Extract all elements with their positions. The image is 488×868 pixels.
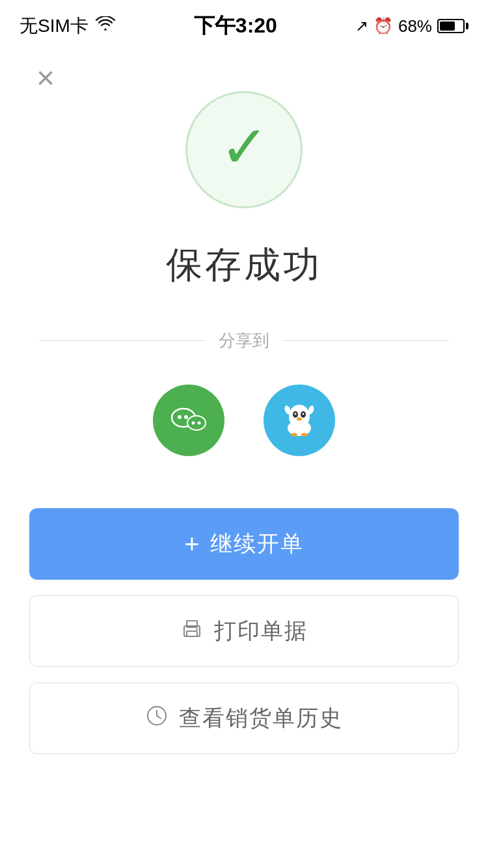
continue-label: 继续开单 xyxy=(210,529,304,559)
svg-point-5 xyxy=(198,422,201,425)
share-divider: 分享到 xyxy=(0,329,488,352)
location-icon: ↗ xyxy=(355,17,368,35)
share-label: 分享到 xyxy=(206,329,282,352)
svg-point-12 xyxy=(297,418,302,421)
divider-line-left xyxy=(39,340,206,341)
svg-point-11 xyxy=(303,413,305,415)
history-label: 查看销货单历史 xyxy=(179,703,343,733)
svg-point-7 xyxy=(288,420,311,436)
print-icon xyxy=(180,617,204,645)
history-button[interactable]: 查看销货单历史 xyxy=(29,683,459,754)
divider-line-right xyxy=(282,340,449,341)
checkmark-icon: ✓ xyxy=(220,118,269,176)
svg-point-13 xyxy=(291,433,297,437)
main-content: ✓ 保存成功 分享到 xyxy=(0,52,488,754)
svg-point-1 xyxy=(187,416,206,430)
svg-point-2 xyxy=(178,415,182,419)
svg-point-20 xyxy=(197,629,198,631)
battery-icon xyxy=(437,19,468,33)
success-title: 保存成功 xyxy=(166,241,322,290)
share-icons xyxy=(153,385,335,456)
svg-point-3 xyxy=(184,415,188,419)
print-button[interactable]: 打印单据 xyxy=(29,595,459,667)
svg-point-4 xyxy=(192,422,195,425)
svg-rect-19 xyxy=(187,631,197,636)
history-icon xyxy=(145,704,169,733)
close-icon: × xyxy=(36,62,55,94)
battery-percent: 68% xyxy=(398,16,432,36)
success-circle: ✓ xyxy=(185,91,303,208)
carrier-text: 无SIM卡 xyxy=(20,14,88,38)
print-label: 打印单据 xyxy=(214,616,308,646)
qq-share-button[interactable] xyxy=(264,385,335,456)
continue-icon: + xyxy=(184,530,199,559)
status-left: 无SIM卡 xyxy=(20,14,116,38)
alarm-icon: ⏰ xyxy=(373,17,393,35)
continue-order-button[interactable]: + 继续开单 xyxy=(29,508,459,580)
action-buttons: + 继续开单 打印单据 查看销货单历史 xyxy=(29,508,459,754)
wifi-icon xyxy=(95,16,116,36)
wechat-share-button[interactable] xyxy=(153,385,224,456)
close-button[interactable]: × xyxy=(26,59,65,98)
status-right: ↗ ⏰ 68% xyxy=(355,16,468,36)
svg-point-10 xyxy=(295,413,297,415)
qq-icon xyxy=(278,400,320,441)
status-time: 下午3:20 xyxy=(194,12,277,40)
status-bar: 无SIM卡 下午3:20 ↗ ⏰ 68% xyxy=(0,0,488,52)
wechat-icon xyxy=(168,400,210,441)
svg-point-14 xyxy=(301,433,308,437)
svg-line-23 xyxy=(157,716,161,718)
